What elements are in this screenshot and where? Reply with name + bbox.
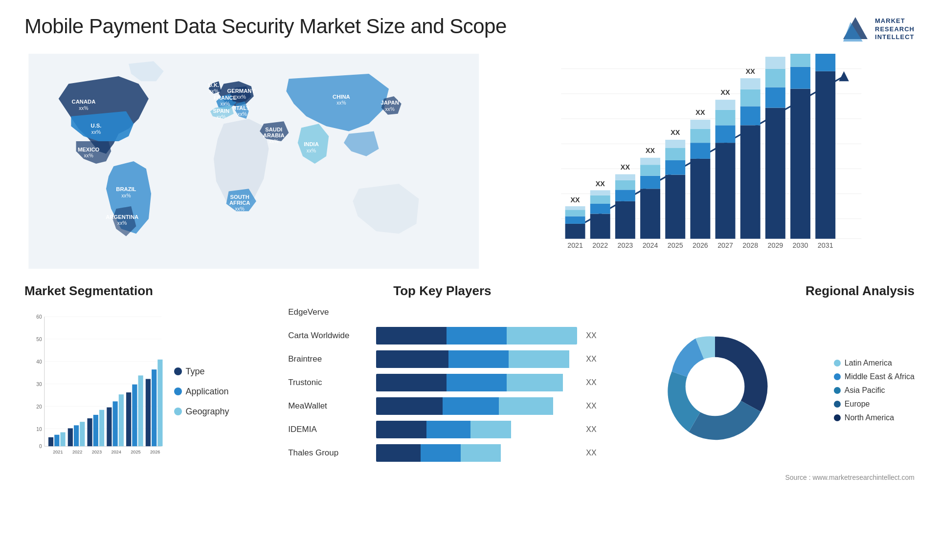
- svg-rect-95: [765, 87, 785, 108]
- player-row-idemia: IDEMIA XX: [288, 421, 596, 438]
- svg-text:xx%: xx%: [269, 139, 278, 144]
- svg-text:CANADA: CANADA: [72, 99, 96, 105]
- svg-rect-94: [765, 108, 785, 239]
- donut-chart-container: [606, 323, 824, 450]
- svg-rect-137: [112, 401, 117, 446]
- world-map-svg: CANADA xx% U.S. xx% MEXICO xx% BRAZIL xx…: [24, 54, 483, 269]
- regional-title: Regional Analysis: [606, 283, 915, 299]
- svg-text:40: 40: [36, 359, 42, 365]
- svg-text:U.K.: U.K.: [208, 82, 220, 88]
- bar-seg-1: [376, 350, 448, 368]
- legend-europe: Europe: [834, 400, 915, 409]
- player-value: XX: [586, 402, 596, 410]
- svg-rect-101: [790, 67, 810, 89]
- svg-rect-67: [640, 158, 660, 165]
- player-bar: [376, 421, 577, 438]
- svg-rect-60: [615, 180, 635, 190]
- player-row-carta: Carta Worldwide XX: [288, 327, 596, 345]
- svg-rect-58: [615, 201, 635, 239]
- svg-rect-89: [740, 106, 760, 125]
- svg-rect-142: [138, 375, 143, 446]
- svg-text:2023: 2023: [617, 241, 633, 249]
- market-segmentation-section: Market Segmentation 60 50 40: [24, 283, 278, 494]
- player-name: Trustonic: [288, 378, 371, 388]
- svg-text:xx%: xx%: [117, 220, 127, 226]
- legend-application: Application: [174, 387, 229, 397]
- player-name: Carta Worldwide: [288, 331, 371, 341]
- geography-dot: [174, 408, 182, 415]
- legend-geography: Geography: [174, 407, 229, 417]
- svg-text:xx%: xx%: [217, 114, 226, 120]
- player-bar: [376, 350, 577, 368]
- svg-rect-138: [119, 394, 124, 446]
- svg-text:xx%: xx%: [84, 153, 93, 158]
- svg-rect-53: [590, 204, 610, 214]
- player-row-edgeverve: EdgeVerve: [288, 303, 596, 321]
- bar-seg-3: [507, 374, 563, 391]
- bar-seg-3: [509, 350, 569, 368]
- svg-rect-84: [715, 110, 735, 126]
- growth-chart-section: XX 2021 XX 2022 XX 2023: [498, 54, 915, 269]
- svg-rect-100: [790, 89, 810, 239]
- svg-text:20: 20: [36, 404, 42, 409]
- svg-text:2030: 2030: [792, 241, 808, 249]
- top-players-title: Top Key Players: [288, 283, 596, 299]
- svg-text:XX: XX: [695, 108, 705, 116]
- bar-seg-3: [461, 444, 501, 462]
- source-text: Source : www.marketresearchintellect.com: [606, 474, 915, 481]
- svg-rect-55: [590, 190, 610, 195]
- svg-rect-76: [690, 159, 710, 239]
- north-america-dot: [834, 414, 841, 421]
- svg-rect-64: [640, 189, 660, 238]
- svg-text:U.S.: U.S.: [91, 123, 102, 129]
- svg-rect-48: [565, 210, 585, 216]
- bar-seg-3: [507, 327, 577, 345]
- svg-rect-133: [93, 415, 98, 446]
- player-value: XX: [586, 425, 596, 434]
- svg-rect-129: [74, 425, 79, 446]
- svg-text:xx%: xx%: [336, 100, 346, 106]
- logo-text: MARKET RESEARCH INTELLECT: [875, 17, 915, 42]
- bar-seg-2: [443, 397, 499, 415]
- svg-text:60: 60: [36, 314, 42, 320]
- logo-icon: [841, 15, 870, 44]
- svg-text:2022: 2022: [592, 241, 608, 249]
- svg-text:xx%: xx%: [238, 111, 247, 117]
- logo: MARKET RESEARCH INTELLECT: [841, 15, 915, 44]
- svg-rect-46: [565, 224, 585, 239]
- svg-rect-141: [132, 385, 137, 446]
- world-map-section: CANADA xx% U.S. xx% MEXICO xx% BRAZIL xx…: [24, 54, 483, 269]
- svg-text:30: 30: [36, 382, 42, 387]
- player-name: EdgeVerve: [288, 307, 371, 317]
- svg-text:2021: 2021: [53, 450, 63, 454]
- bar-seg-1: [376, 327, 447, 345]
- svg-rect-70: [665, 175, 685, 239]
- svg-text:XX: XX: [671, 129, 680, 136]
- svg-rect-140: [126, 392, 131, 446]
- svg-rect-90: [740, 89, 760, 107]
- svg-rect-105: [815, 71, 835, 239]
- svg-text:2027: 2027: [717, 241, 733, 249]
- player-value: XX: [586, 355, 596, 364]
- svg-text:xx%: xx%: [235, 206, 245, 212]
- svg-text:2031: 2031: [817, 241, 833, 249]
- svg-rect-78: [690, 129, 710, 143]
- svg-text:ITALY: ITALY: [235, 105, 250, 111]
- svg-text:2025: 2025: [667, 241, 683, 249]
- top-players-section: Top Key Players EdgeVerve Carta Worldwid…: [288, 283, 596, 494]
- svg-rect-82: [715, 143, 735, 238]
- svg-rect-73: [665, 140, 685, 148]
- svg-point-148: [686, 357, 745, 416]
- svg-rect-66: [640, 165, 660, 176]
- bar-seg-2: [447, 374, 507, 391]
- market-seg-chart: 60 50 40 30 20 10 0 2021: [24, 303, 164, 479]
- type-dot: [174, 367, 182, 375]
- svg-rect-96: [765, 69, 785, 87]
- svg-text:XX: XX: [646, 147, 655, 154]
- svg-rect-83: [715, 125, 735, 143]
- growth-chart-svg: XX 2021 XX 2022 XX 2023: [498, 54, 915, 269]
- svg-text:SPAIN: SPAIN: [213, 108, 230, 114]
- svg-rect-126: [60, 432, 65, 447]
- svg-rect-130: [80, 422, 85, 446]
- svg-text:AFRICA: AFRICA: [229, 200, 250, 206]
